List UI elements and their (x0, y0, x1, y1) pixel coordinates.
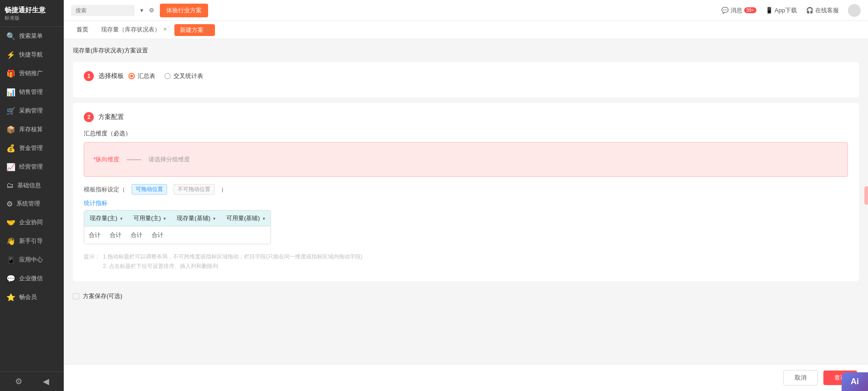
topbar: ▾ ⚙ 体验行业方案 💬 消息 99+ 📱 App下载 🎧 在线客服 (64, 0, 868, 21)
stat-col-header-3[interactable]: 可用量(基辅) ▾ (221, 211, 271, 226)
sidebar-icon-newbie: 👋 (6, 237, 15, 246)
sidebar-label-finance: 资金管理 (19, 144, 43, 152)
tab-label-inventory: 现存量（库存状况表） (101, 26, 160, 34)
ai-fab-button[interactable]: Ai (842, 372, 868, 391)
sidebar-icon-business: 📈 (6, 163, 15, 171)
sidebar-item-business[interactable]: 📈 经营管理 (0, 158, 64, 176)
dimension-box[interactable]: *纵向维度 —— 请选择分组维度 (84, 142, 848, 177)
sidebar-bottom-collapse[interactable]: ◀ (43, 376, 49, 386)
sidebar-nav: 🔍 搜索菜单⚡ 快捷导航🎁 营销推广📊 销售管理🛒 采购管理📦 库存核算💰 资金… (0, 27, 64, 371)
tips-section: 提示： 1.拖动标题栏可以调整布局，不可跨维度或指标区域拖动；栏目字段(只能在同… (84, 253, 848, 270)
page-title: 现存量(库存状况表)方案设置 (73, 46, 859, 55)
sidebar-bottom-settings[interactable]: ⚙ (15, 376, 22, 386)
sidebar-item-cooperation[interactable]: 🤝 企业协同 (0, 213, 64, 232)
action-bar: 取消 查询 (64, 364, 868, 391)
draggable-tag: 可拖动位置 (132, 184, 167, 195)
stat-col-label-1: 可用量(主) (133, 214, 161, 222)
sidebar-icon-app-center: 📱 (6, 256, 15, 264)
online-service-btn[interactable]: 🎧 在线客服 (806, 6, 839, 15)
service-icon: 🎧 (806, 7, 813, 14)
sidebar-label-search: 搜索菜单 (19, 32, 43, 40)
template-radio-group: 汇总表交叉统计表 (128, 72, 203, 80)
stat-col-label-3: 可用量(基辅) (226, 214, 260, 222)
sidebar-icon-quick-nav: ⚡ (6, 51, 15, 59)
tab-inventory[interactable]: 现存量（库存状况表）✕ (96, 21, 173, 39)
edition-label: 标准版 (5, 15, 59, 21)
stat-table-header: 现存量(主) ▾可用量(主) ▾现存量(基辅) ▾可用量(基辅) ▾ (84, 211, 271, 226)
stat-col-header-2[interactable]: 现存量(基辅) ▾ (171, 211, 221, 226)
save-row: 方案保存(可选) (73, 287, 859, 306)
stat-col-body-1: 合计 (105, 226, 126, 244)
tab-label-home: 首页 (77, 26, 88, 34)
sidebar-item-wechat[interactable]: 💬 企业微信 (0, 269, 64, 288)
sidebar-icon-cooperation: 🤝 (6, 218, 15, 227)
sidebar-icon-vip: ⭐ (6, 293, 15, 302)
stat-col-body-3: 合计 (147, 226, 168, 244)
sidebar-item-newbie[interactable]: 👋 新手引导 (0, 232, 64, 251)
radio-cross[interactable]: 交叉统计表 (164, 72, 203, 80)
sidebar-item-search[interactable]: 🔍 搜索菜单 (0, 27, 64, 46)
sidebar-item-purchase[interactable]: 🛒 采购管理 (0, 102, 64, 120)
tip2: 2. 点击标题栏下拉可设置排序、插入列和删除列 (103, 262, 218, 270)
stat-col-body-2: 合计 (126, 226, 147, 244)
radio-summary[interactable]: 汇总表 (128, 72, 155, 80)
sidebar-icon-purchase: 🛒 (6, 107, 15, 115)
topbar-dropdown[interactable]: ▾ (140, 7, 143, 14)
settings-icon[interactable]: ⚙ (149, 7, 154, 14)
dimension-required: *纵向维度 (93, 155, 119, 164)
sidebar-item-vip[interactable]: ⭐ 畅会员 (0, 288, 64, 307)
message-btn[interactable]: 💬 消息 99+ (721, 6, 756, 15)
sidebar-item-inventory[interactable]: 📦 库存核算 (0, 120, 64, 139)
sidebar-item-marketing[interactable]: 🎁 营销推广 (0, 64, 64, 83)
app-download-btn[interactable]: 📱 App下载 (766, 6, 797, 15)
step2-header: 2 方案配置 (84, 112, 848, 122)
avatar[interactable] (848, 4, 861, 17)
dimension-arrow: —— (127, 155, 141, 164)
step2-num: 2 (84, 112, 94, 122)
sidebar-item-basic[interactable]: 🗂 基础信息 (0, 176, 64, 195)
search-input[interactable] (71, 5, 135, 16)
sidebar-label-quick-nav: 快捷导航 (19, 51, 43, 59)
tab-label-new-plan: 新建方案 (180, 26, 204, 34)
sidebar-item-sales[interactable]: 📊 销售管理 (0, 83, 64, 102)
tab-new-plan[interactable]: 新建方案 ✕ (174, 24, 215, 36)
sidebar-icon-inventory: 📦 (6, 125, 15, 134)
sidebar-label-newbie: 新手引导 (19, 237, 43, 245)
tip2-row: 提示： 2. 点击标题栏下拉可设置排序、插入列和删除列 (84, 262, 848, 270)
sidebar-label-basic: 基础信息 (17, 181, 41, 190)
sidebar-label-vip: 畅会员 (19, 293, 37, 301)
sidebar-label-inventory: 库存核算 (19, 125, 43, 134)
main-area: ▾ ⚙ 体验行业方案 💬 消息 99+ 📱 App下载 🎧 在线客服 首页现存量… (64, 0, 868, 391)
indicator-settings-header: 模板指标设定（ 可拖动位置 不可拖动位置 ） (84, 184, 848, 195)
tab-close-new-plan[interactable]: ✕ (205, 27, 209, 33)
save-label: 方案保存(可选) (83, 292, 123, 300)
sidebar-bottom: ⚙◀ (0, 371, 64, 391)
sidebar-item-system[interactable]: ⚙ 系统管理 (0, 195, 64, 213)
stat-col-chevron-2: ▾ (213, 216, 215, 221)
step2-card: 2 方案配置 汇总维度（必选） *纵向维度 —— 请选择分组维度 模板指标设定（… (73, 103, 859, 281)
sidebar-label-cooperation: 企业协同 (19, 218, 43, 226)
sidebar-icon-sales: 📊 (6, 88, 15, 97)
save-checkbox[interactable] (73, 293, 79, 299)
tab-home[interactable]: 首页 (71, 21, 94, 39)
stat-col-header-0[interactable]: 现存量(主) ▾ (84, 211, 128, 226)
cancel-button[interactable]: 取消 (783, 370, 818, 386)
sidebar-label-wechat: 企业微信 (19, 274, 43, 283)
sidebar-item-quick-nav[interactable]: ⚡ 快捷导航 (0, 46, 64, 64)
sidebar-item-app-center[interactable]: 📱 应用中心 (0, 251, 64, 269)
trial-btn[interactable]: 体验行业方案 (160, 4, 208, 17)
sidebar-logo: 畅捷通好生意 标准版 (0, 0, 64, 27)
sidebar-label-purchase: 采购管理 (19, 107, 43, 115)
tab-close-inventory[interactable]: ✕ (163, 26, 167, 32)
stat-col-label-0: 现存量(主) (90, 214, 117, 222)
sidebar-item-finance[interactable]: 💰 资金管理 (0, 139, 64, 158)
indicator-label-suffix: ） (221, 185, 227, 194)
sidebar-icon-search: 🔍 (6, 32, 15, 41)
step1-card: 1 选择模板 汇总表交叉统计表 (73, 62, 859, 98)
sidebar-label-app-center: 应用中心 (19, 256, 43, 264)
stat-table: 现存量(主) ▾可用量(主) ▾现存量(基辅) ▾可用量(基辅) ▾ 合计合计合… (84, 210, 271, 244)
radio-circle-cross (164, 73, 171, 79)
stat-col-header-1[interactable]: 可用量(主) ▾ (128, 211, 172, 226)
message-badge: 99+ (744, 7, 756, 13)
right-scroll-indicator (864, 186, 868, 205)
